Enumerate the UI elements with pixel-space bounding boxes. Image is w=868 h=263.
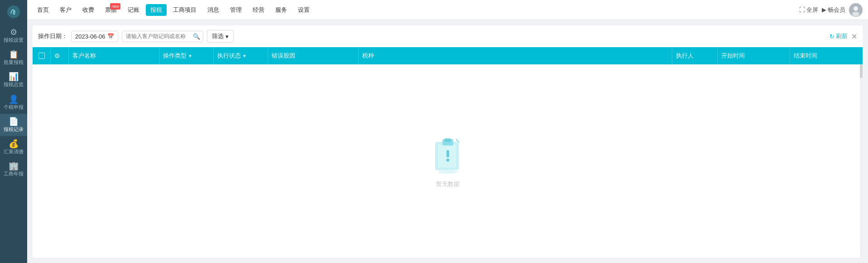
th-exec-status[interactable]: 执行状态 ▼ [214, 47, 268, 64]
annual-report-icon: 🏢 [9, 162, 19, 170]
sidebar-item-geshuishenbo[interactable]: 👤 个税申报 [0, 92, 27, 114]
sidebar-item-baoshuijilu[interactable]: 📄 报税记录 [0, 114, 27, 136]
refresh-icon: ↻ [830, 33, 834, 40]
sidebar-item-baoshuizonglan[interactable]: 📊 报税总览 [0, 69, 27, 91]
member-button[interactable]: ▶ 畅会员 [822, 6, 845, 14]
nav-fuwu[interactable]: 服务 [271, 4, 292, 16]
sidebar-item-gongshangnianb[interactable]: 🏢 工商年报 [0, 158, 27, 180]
nav-gongshang[interactable]: 工商项目 [168, 4, 201, 16]
th-executor: 执行人 [672, 47, 718, 64]
nav-jingying[interactable]: 经营 [248, 4, 269, 16]
close-button[interactable]: ✕ [851, 32, 857, 41]
th-customer-name: 客户名称 [69, 47, 159, 64]
column-settings-icon[interactable]: ⚙ [54, 52, 60, 59]
table-body: 暂无数据 [33, 64, 863, 258]
empty-state: 暂无数据 [430, 134, 466, 188]
table-container: 操作日期： 2023-06-06 📅 🔍 筛选 ▾ ↻ [33, 25, 863, 258]
svg-rect-8 [446, 150, 449, 157]
fullscreen-icon: ⛶ [799, 6, 805, 13]
chevron-down-icon: ▾ [225, 33, 229, 40]
th-error-reason: 错误股因 [268, 47, 359, 64]
date-picker[interactable]: 2023-06-06 📅 [71, 31, 118, 42]
nav-guanli[interactable]: 管理 [225, 4, 246, 16]
svg-point-12 [438, 170, 458, 174]
svg-point-2 [854, 6, 858, 11]
search-box: 🔍 [122, 31, 203, 42]
nav-customer[interactable]: 客户 [55, 4, 76, 16]
th-operation-type[interactable]: 操作类型 ▼ [159, 47, 214, 64]
filter-button[interactable]: 筛选 ▾ [207, 30, 234, 43]
search-button[interactable]: 🔍 [190, 31, 203, 42]
sidebar-logo [5, 4, 22, 20]
sort-icon2: ▼ [242, 54, 247, 58]
new-badge: new [110, 3, 120, 10]
avatar[interactable] [849, 3, 863, 17]
empty-text: 暂无数据 [436, 180, 460, 188]
th-checkbox [33, 47, 51, 64]
date-label: 操作日期： [38, 32, 67, 40]
fullscreen-button[interactable]: ⛶ 全屏 [799, 6, 818, 14]
topnav-right: ⛶ 全屏 ▶ 畅会员 [799, 3, 863, 17]
search-icon: 🔍 [193, 33, 200, 40]
nav-items: 首页 客户 收费 票据 new 记账 报税 工商项目 消息 管理 经营 服务 设… [33, 4, 799, 16]
top-navigation: 首页 客户 收费 票据 new 记账 报税 工商项目 消息 管理 经营 服务 设… [27, 0, 868, 20]
nav-shezhi[interactable]: 设置 [293, 4, 314, 16]
sidebar-item-baoshuishezhi[interactable]: ⚙ 报税设置 [0, 24, 27, 47]
nav-xiaoxi[interactable]: 消息 [203, 4, 224, 16]
main-area: 首页 客户 收费 票据 new 记账 报税 工商项目 消息 管理 经营 服务 设… [27, 0, 868, 263]
svg-rect-7 [444, 138, 451, 142]
settlement-icon: 💰 [9, 140, 19, 148]
th-gear: ⚙ [51, 47, 69, 64]
sidebar: ⚙ 报税设置 📋 批量报税 📊 报税总览 👤 个税申报 📄 报税记录 💰 汇算清… [0, 0, 27, 263]
sidebar-item-huisuanjiaona[interactable]: 💰 汇算清缴 [0, 136, 27, 158]
overview-icon: 📊 [9, 73, 19, 81]
th-tax-type: 税种 [359, 47, 672, 64]
refresh-button[interactable]: ↻ 刷新 [830, 32, 848, 40]
scrollbar[interactable] [860, 64, 863, 258]
batch-icon: 📋 [9, 50, 19, 58]
toolbar-right: ↻ 刷新 ✕ [830, 32, 857, 41]
scrollbar-thumb[interactable] [860, 64, 863, 78]
svg-point-11 [458, 141, 460, 143]
svg-point-9 [446, 159, 449, 162]
table-header: ⚙ 客户名称 操作类型 ▼ 执行状态 ▼ 错误股因 [33, 47, 863, 64]
th-start-time: 开始时间 [718, 47, 790, 64]
data-table: ⚙ 客户名称 操作类型 ▼ 执行状态 ▼ 错误股因 [33, 47, 863, 258]
record-icon: 📄 [9, 117, 19, 126]
nav-jizhang[interactable]: 记账 [123, 4, 144, 16]
select-all-checkbox[interactable] [38, 53, 45, 59]
nav-shoufei[interactable]: 收费 [78, 4, 99, 16]
nav-piaoju[interactable]: 票据 new [101, 4, 121, 16]
calendar-icon: 📅 [107, 33, 114, 39]
nav-baoshui[interactable]: 报税 [146, 4, 167, 16]
svg-point-3 [852, 12, 859, 16]
content-area: 操作日期： 2023-06-06 📅 🔍 筛选 ▾ ↻ [27, 20, 868, 263]
th-end-time: 结束时间 [790, 47, 863, 64]
person-tax-icon: 👤 [9, 95, 19, 103]
video-icon: ▶ [822, 6, 826, 13]
empty-illustration [430, 134, 466, 175]
settings-icon: ⚙ [10, 28, 17, 36]
toolbar: 操作日期： 2023-06-06 📅 🔍 筛选 ▾ ↻ [33, 25, 863, 47]
sidebar-item-piliangbaoshui[interactable]: 📋 批量报税 [0, 47, 27, 69]
search-input[interactable] [122, 31, 190, 41]
sort-icon: ▼ [188, 54, 192, 58]
nav-home[interactable]: 首页 [33, 4, 53, 16]
